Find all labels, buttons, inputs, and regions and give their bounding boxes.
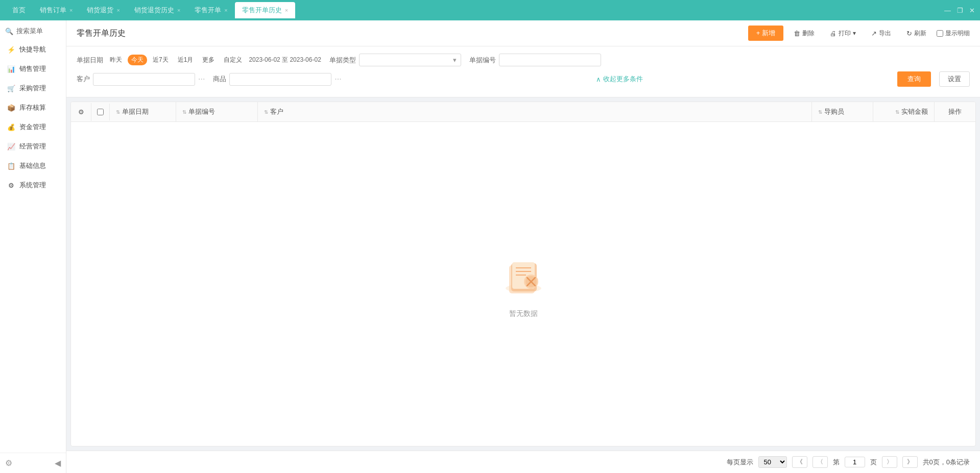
operations-icon: 📈: [7, 142, 15, 151]
print-button-label: 打印: [839, 29, 851, 38]
tab-sales-return-history-close[interactable]: ×: [177, 7, 180, 13]
date-more-btn[interactable]: 更多: [199, 55, 218, 65]
sidebar-settings-btn[interactable]: ⚙: [5, 458, 12, 468]
per-page-select[interactable]: 10 20 50 100: [758, 456, 787, 468]
goods-filter-label: 商品: [213, 74, 226, 84]
customer-picker-btn[interactable]: ···: [198, 74, 205, 84]
tab-home[interactable]: 首页: [5, 2, 33, 18]
refresh-button[interactable]: ↻ 刷新: [901, 27, 931, 40]
export-button[interactable]: ↗ 导出: [866, 27, 896, 40]
sidebar-item-basic-info[interactable]: 📋 基础信息: [0, 156, 66, 176]
doc-type-select[interactable]: ▾: [359, 54, 461, 66]
minimize-btn[interactable]: —: [944, 7, 951, 14]
show-detail-checkbox-label[interactable]: 显示明细: [937, 29, 970, 38]
doc-type-value: [364, 56, 366, 64]
per-page-label: 每页显示: [727, 458, 753, 467]
date-7days-btn[interactable]: 近7天: [149, 55, 172, 65]
show-detail-checkbox[interactable]: [937, 30, 943, 37]
sidebar: 🔍 搜索菜单 ⚡ 快捷导航 📊 销售管理 🛒 采购管理 📦 库存核算 💰 资金管…: [0, 20, 66, 473]
doc-num-input[interactable]: [499, 54, 601, 66]
sidebar-item-finance[interactable]: 💰 资金管理: [0, 117, 66, 137]
sidebar-search[interactable]: 🔍 搜索菜单: [0, 20, 66, 40]
sort-date-icon[interactable]: ⇅: [116, 109, 120, 115]
sidebar-item-sales-mgmt[interactable]: 📊 销售管理: [0, 59, 66, 79]
sidebar-item-inventory-label: 库存核算: [19, 103, 46, 112]
sidebar-item-quick-nav[interactable]: ⚡ 快捷导航: [0, 40, 66, 59]
th-checkbox[interactable]: [91, 104, 110, 120]
close-btn[interactable]: ✕: [969, 7, 975, 14]
search-icon: 🔍: [5, 28, 13, 35]
sidebar-item-operations[interactable]: 📈 经营管理: [0, 137, 66, 156]
tab-sales-return-close[interactable]: ×: [116, 7, 119, 13]
inventory-icon: 📦: [7, 104, 15, 112]
system-mgmt-icon: ⚙: [7, 181, 15, 189]
first-page-btn[interactable]: 《: [792, 456, 807, 468]
collapse-label: 收起更多条件: [603, 74, 643, 84]
th-settings[interactable]: ⚙: [71, 103, 91, 121]
last-page-icon: 》: [907, 458, 913, 465]
print-button[interactable]: 🖨 打印 ▾: [825, 27, 861, 40]
doc-type-filter-group: 单据类型 ▾: [329, 54, 461, 66]
th-customer: ⇅ 客户: [258, 102, 812, 121]
tab-retail-open-history[interactable]: 零售开单历史 ×: [235, 2, 295, 18]
tab-sales-order-close[interactable]: ×: [69, 7, 73, 13]
page-number-input[interactable]: [845, 457, 865, 467]
settings-button-label: 设置: [948, 74, 961, 84]
quick-nav-icon: ⚡: [7, 45, 15, 54]
sort-customer-icon[interactable]: ⇅: [264, 109, 268, 115]
th-action-label: 操作: [948, 107, 962, 116]
th-guide: ⇅ 导购员: [812, 102, 873, 121]
toolbar-actions: + 新增 🗑 删除 🖨 打印 ▾ ↗ 导出 ↻ 刷新: [748, 26, 970, 41]
collapse-filter-btn[interactable]: ∧ 收起更多条件: [596, 74, 643, 84]
last-page-btn[interactable]: 》: [902, 456, 918, 468]
refresh-button-label: 刷新: [914, 29, 926, 38]
doc-type-dropdown-icon: ▾: [453, 56, 457, 64]
sidebar-item-purchase-mgmt-label: 采购管理: [19, 84, 46, 93]
sidebar-item-sales-mgmt-label: 销售管理: [19, 64, 46, 73]
sidebar-item-basic-info-label: 基础信息: [19, 161, 46, 170]
table-header: ⚙ ⇅ 单据日期 ⇅ 单据编号 ⇅ 客户 ⇅: [71, 102, 975, 122]
date-custom-btn[interactable]: 自定义: [220, 55, 246, 65]
table-settings-icon[interactable]: ⚙: [78, 108, 84, 116]
prev-page-icon: 〈: [817, 458, 823, 465]
settings-button[interactable]: 设置: [939, 71, 970, 87]
tab-sales-return[interactable]: 销货退货 ×: [80, 2, 127, 18]
prev-page-btn[interactable]: 〈: [812, 456, 828, 468]
date-yesterday-btn[interactable]: 昨天: [106, 55, 126, 65]
sort-guide-icon[interactable]: ⇅: [818, 109, 822, 115]
sidebar-item-system-mgmt[interactable]: ⚙ 系统管理: [0, 176, 66, 195]
goods-filter-group: 商品 ···: [213, 73, 341, 86]
date-1month-btn[interactable]: 近1月: [174, 55, 197, 65]
tab-sales-return-history[interactable]: 销货退货历史 ×: [127, 2, 187, 18]
sidebar-item-purchase-mgmt[interactable]: 🛒 采购管理: [0, 79, 66, 98]
filter-row-2: 客户 ··· 商品 ··· ∧ 收起更多条件 查询 设置: [77, 71, 970, 87]
sidebar-item-system-mgmt-label: 系统管理: [19, 181, 46, 190]
sidebar-collapse-btn[interactable]: ◀: [55, 458, 61, 468]
next-page-icon: 〉: [887, 458, 893, 465]
date-today-btn[interactable]: 今天: [128, 55, 147, 65]
print-dropdown-icon: ▾: [853, 30, 856, 37]
add-button[interactable]: + 新增: [748, 26, 783, 41]
search-button[interactable]: 查询: [897, 71, 931, 87]
content-area: 零售开单历史 + 新增 🗑 删除 🖨 打印 ▾ ↗ 导出: [66, 20, 980, 473]
goods-input[interactable]: [229, 73, 331, 86]
customer-input[interactable]: [93, 73, 195, 86]
first-page-icon: 《: [797, 458, 803, 465]
goods-picker-btn[interactable]: ···: [334, 74, 341, 84]
tab-retail-open-history-close[interactable]: ×: [285, 7, 288, 13]
th-action: 操作: [935, 102, 975, 121]
window-controls: — ❐ ✕: [944, 7, 975, 14]
th-date: ⇅ 单据日期: [110, 102, 176, 121]
tab-sales-order[interactable]: 销售订单 ×: [33, 2, 80, 18]
tab-retail-open-close[interactable]: ×: [224, 7, 227, 13]
sort-amount-icon[interactable]: ⇅: [895, 109, 899, 115]
select-all-checkbox[interactable]: [97, 109, 104, 115]
maximize-btn[interactable]: ❐: [957, 7, 963, 14]
sort-num-icon[interactable]: ⇅: [182, 109, 186, 115]
doc-num-filter-group: 单据编号: [469, 54, 601, 66]
sidebar-item-inventory[interactable]: 📦 库存核算: [0, 98, 66, 117]
tab-retail-open[interactable]: 零售开单 ×: [187, 2, 234, 18]
print-icon: 🖨: [830, 30, 836, 37]
delete-button[interactable]: 🗑 删除: [788, 27, 820, 40]
next-page-btn[interactable]: 〉: [882, 456, 897, 468]
